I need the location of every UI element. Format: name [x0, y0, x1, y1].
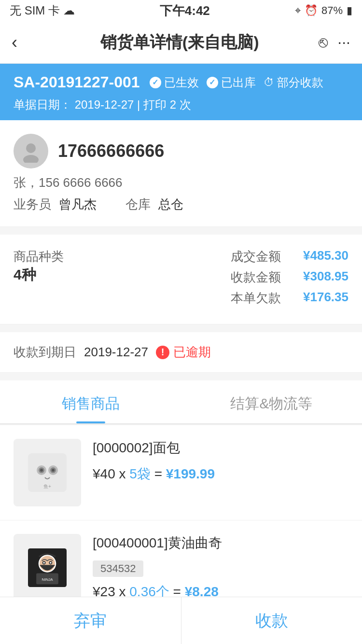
svg-point-7	[40, 469, 43, 472]
share-icon[interactable]: ⎋	[319, 33, 328, 51]
stats-row: 商品种类 4种 成交金额 ¥485.30 收款金额 ¥308.95 本单欠款 ¥…	[14, 248, 348, 310]
order-id: SA-20191227-001	[14, 73, 140, 91]
battery-level: 87%	[321, 4, 343, 17]
product-badge-2: 534532	[93, 560, 143, 577]
nav-bar: ‹ 销货单详情(来自电脑) ⎋ ···	[0, 21, 362, 64]
product-price-1: ¥40 x 5袋 = ¥199.99	[93, 465, 348, 483]
page-title: 销货单详情(来自电脑)	[41, 31, 319, 54]
status-tags: ✓ 已生效 ✓ 已出库 ⏱ 部分收款	[150, 75, 323, 90]
status-tag-partial: ⏱ 部分收款	[264, 75, 323, 90]
product-name-2: [000400001]黄油曲奇	[93, 534, 348, 552]
price-eq-1: =	[154, 466, 166, 481]
svg-text:鱼+: 鱼+	[43, 484, 51, 489]
svg-point-8	[52, 469, 55, 472]
status-right: ⌖ ⏰ 87% ▮	[295, 4, 352, 17]
product-thumb-1: 鱼+	[14, 439, 81, 506]
status-effective-label: 已生效	[164, 75, 199, 90]
debt-label: 本单欠款	[231, 290, 281, 307]
product-item: 鱼+ [0000002]面包 ¥40 x 5袋 = ¥199.99	[0, 425, 362, 520]
price-total-1: ¥199.99	[166, 466, 215, 481]
date-label: 单据日期：	[14, 98, 71, 111]
tab-settlement[interactable]: 结算&物流等	[181, 380, 362, 423]
order-date-line: 单据日期： 2019-12-27 | 打印 2 次	[14, 97, 348, 112]
debt-value: ¥176.35	[291, 290, 348, 307]
svg-point-1	[23, 155, 39, 163]
received-label: 收款金额	[231, 269, 281, 286]
check-shipped-icon: ✓	[207, 77, 218, 88]
svg-point-15	[43, 562, 44, 563]
status-shipped-label: 已出库	[221, 75, 256, 90]
customer-name: 17666666666	[58, 141, 164, 161]
svg-point-16	[50, 562, 51, 563]
deal-amount-value: ¥485.30	[291, 248, 348, 265]
order-header: SA-20191227-001 ✓ 已生效 ✓ 已出库 ⏱ 部分收款 单据日期：…	[0, 64, 362, 120]
svg-point-0	[26, 143, 36, 153]
deal-amount-item: 成交金额 ¥485.30	[231, 248, 348, 265]
more-icon[interactable]: ···	[337, 33, 350, 51]
confirm-button[interactable]: 收款	[181, 597, 362, 644]
product-thumb-2: NINJA	[14, 534, 81, 602]
product-type-value: 4种	[14, 265, 64, 285]
due-section: 收款到期日 2019-12-27 ! 已逾期	[0, 332, 362, 373]
warehouse-label: 仓库	[125, 196, 151, 213]
tab-sales-products[interactable]: 销售商品	[0, 380, 181, 423]
warehouse-value: 总仓	[158, 196, 183, 213]
stats-section: 商品种类 4种 成交金额 ¥485.30 收款金额 ¥308.95 本单欠款 ¥…	[0, 235, 362, 324]
product-info-2: [000400001]黄油曲奇 534532 ¥23 x 0.36个 = ¥8.…	[93, 534, 348, 602]
debt-item: 本单欠款 ¥176.35	[231, 290, 348, 307]
customer-section: 17666666666 张，156 6666 6666 业务员 曾凡杰 仓库 总…	[0, 120, 362, 227]
clock-icon: ⏱	[264, 76, 274, 89]
back-button[interactable]: ‹	[12, 32, 41, 53]
stats-right: 成交金额 ¥485.30 收款金额 ¥308.95 本单欠款 ¥176.35	[231, 248, 348, 310]
battery-icon: ▮	[347, 4, 352, 17]
check-effective-icon: ✓	[150, 77, 161, 88]
salesperson-label: 业务员	[14, 196, 51, 213]
price-x-1: x	[119, 466, 130, 481]
received-item: 收款金额 ¥308.95	[231, 269, 348, 286]
overdue-badge: ! 已逾期	[156, 344, 211, 361]
alarm-icon: ⏰	[305, 4, 318, 17]
overdue-label: 已逾期	[173, 344, 211, 361]
product-name-1: [0000002]面包	[93, 439, 348, 457]
overdue-icon: !	[156, 346, 169, 359]
order-header-top: SA-20191227-001 ✓ 已生效 ✓ 已出库 ⏱ 部分收款	[14, 73, 348, 91]
product-type-label: 商品种类	[14, 248, 64, 265]
cancel-button[interactable]: 弃审	[0, 597, 181, 644]
status-time: 下午4:42	[160, 2, 210, 19]
status-tag-shipped: ✓ 已出库	[207, 75, 256, 90]
avatar	[14, 134, 48, 168]
price-base-1: ¥40	[93, 466, 115, 481]
svg-text:NINJA: NINJA	[42, 577, 53, 582]
sim-status: 无 SIM 卡 ☁	[10, 3, 75, 18]
print-info: | 打印 2 次	[137, 98, 191, 111]
customer-meta: 业务员 曾凡杰 仓库 总仓	[14, 196, 348, 213]
due-date: 2019-12-27	[84, 345, 148, 360]
salesperson-value: 曾凡杰	[59, 196, 97, 213]
customer-detail: 张，156 6666 6666	[14, 174, 348, 191]
customer-row: 17666666666	[14, 134, 348, 168]
warehouse-item: 仓库 总仓	[125, 196, 183, 213]
order-date: 2019-12-27	[75, 98, 134, 111]
bottom-bar: 弃审 收款	[0, 597, 362, 644]
salesperson-item: 业务员 曾凡杰	[14, 196, 97, 213]
status-tag-effective: ✓ 已生效	[150, 75, 199, 90]
tabs-section: 销售商品 结算&物流等	[0, 380, 362, 424]
status-bar: 无 SIM 卡 ☁ 下午4:42 ⌖ ⏰ 87% ▮	[0, 0, 362, 21]
nav-actions: ⎋ ···	[319, 33, 350, 51]
products-section: 鱼+ [0000002]面包 ¥40 x 5袋 = ¥199.99	[0, 425, 362, 616]
stats-left: 商品种类 4种	[14, 248, 64, 285]
due-label: 收款到期日	[14, 344, 76, 361]
status-partial-label: 部分收款	[277, 75, 323, 90]
product-info-1: [0000002]面包 ¥40 x 5袋 = ¥199.99	[93, 439, 348, 506]
price-qty-1: 5袋	[129, 466, 151, 481]
status-left: 无 SIM 卡 ☁	[10, 3, 75, 18]
received-value: ¥308.95	[291, 269, 348, 286]
location-icon: ⌖	[295, 4, 301, 17]
deal-amount-label: 成交金额	[231, 248, 281, 265]
